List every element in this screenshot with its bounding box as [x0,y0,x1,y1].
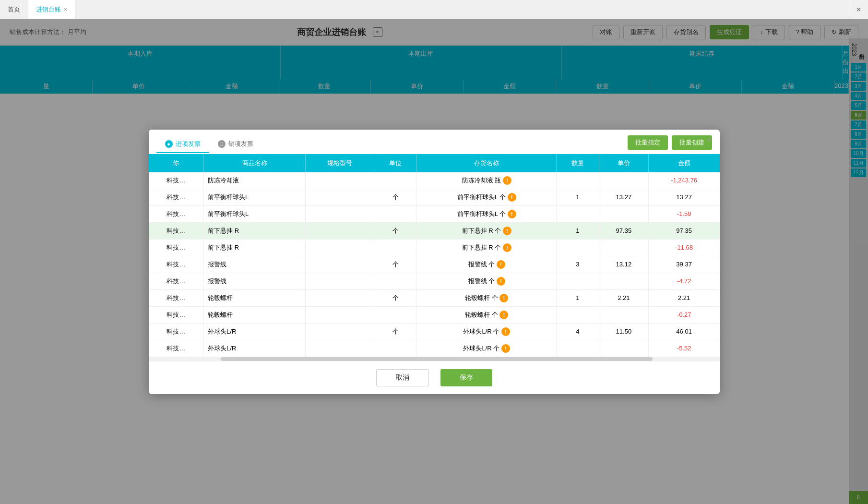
col-quantity: 1 [556,189,599,205]
warning-icon: ! [503,227,511,235]
col-header-unit-price: 单价 [599,154,649,172]
col-spec [306,340,374,357]
warning-icon: ! [503,243,511,252]
col-header-inventory-name: 存货名称 [417,154,556,172]
col-header-amount: 金额 [648,154,719,172]
col-amount: -5.52 [648,340,719,357]
window-close-button[interactable]: × [849,0,868,19]
col-quantity: 1 [556,222,599,239]
tab-close-icon[interactable]: × [64,6,67,13]
modal-tab-purchase[interactable]: ● 进项发票 [156,136,209,153]
tab-bar: 首页 进销台账 × × [0,0,868,19]
table-row[interactable]: 科技…报警线报警线 个 !-4.72 [149,273,720,289]
col-product-name: 外球头L/R [204,340,306,357]
batch-assign-button[interactable]: 批量指定 [628,135,668,150]
main-page: 销售成本计算方法： 月平均 商贸企业进销台账 ≡ 对账 重新开账 存货别名 生成… [0,19,868,504]
col-quantity [556,273,599,289]
col-inventory: 报警线 个 ! [417,256,556,273]
table-row[interactable]: 科技…外球头L/R个外球头L/R 个 !411.5046.01 [149,323,720,340]
col-spec [306,189,374,205]
warning-icon: ! [497,277,505,286]
col-inventory: 外球头L/R 个 ! [417,340,556,357]
col-amount: -4.72 [648,273,719,289]
col-unit: 个 [374,323,417,340]
col-spec [306,289,374,306]
col-quantity: 4 [556,323,599,340]
save-button[interactable]: 保存 [440,369,492,386]
col-inventory: 外球头L/R 个 ! [417,323,556,340]
cancel-button[interactable]: 取消 [376,369,429,386]
col-header-company: 你 [149,154,204,172]
tab-ledger[interactable]: 进销台账 × [28,0,75,19]
col-spec [306,323,374,340]
tab-ledger-label: 进销台账 [36,5,61,14]
col-inventory: 前下悬挂 R 个 ! [417,222,556,239]
col-inventory: 前平衡杆球头L 个 ! [417,205,556,222]
warning-icon: ! [508,210,516,218]
warning-icon: ! [499,294,508,302]
warning-icon: ! [503,176,511,185]
col-spec [306,239,374,256]
col-quantity [556,306,599,323]
col-product-name: 外球头L/R [204,323,306,340]
col-amount: 39.37 [648,256,719,273]
col-header-unit: 单位 [374,154,417,172]
col-product-name: 前下悬挂 R [204,239,306,256]
col-company: 科技… [149,256,204,273]
scrollbar-thumb[interactable] [221,357,653,361]
modal-table: 你 商品名称 规格型号 单位 存货名称 数量 单价 金额 科技…防冻冷却液防冻冷… [149,154,720,357]
col-quantity [556,172,599,189]
warning-icon: ! [508,193,516,202]
table-row[interactable]: 科技…轮毂螺杆个轮毂螺杆 个 !12.212.21 [149,289,720,306]
col-unit-price [599,172,649,189]
col-unit: 个 [374,256,417,273]
table-row[interactable]: 科技…防冻冷却液防冻冷却液 瓶 !-1,243.76 [149,172,720,189]
batch-create-button[interactable]: 批量创建 [672,135,712,150]
col-product-name: 前下悬挂 R [204,222,306,239]
col-quantity [556,239,599,256]
table-row[interactable]: 科技…外球头L/R外球头L/R 个 !-5.52 [149,340,720,357]
table-row[interactable]: 科技…前下悬挂 R前下悬挂 R 个 !-11.68 [149,239,720,256]
col-company: 科技… [149,205,204,222]
col-unit-price [599,340,649,357]
col-spec [306,256,374,273]
col-product-name: 轮毂螺杆 [204,306,306,323]
col-unit [374,306,417,323]
col-unit-price [599,273,649,289]
modal-tab-sales[interactable]: □ 销项发票 [209,136,262,153]
col-spec [306,205,374,222]
purchase-tab-icon: ● [165,140,173,148]
col-spec [306,172,374,189]
horizontal-scrollbar[interactable] [149,357,720,361]
col-inventory: 报警线 个 ! [417,273,556,289]
table-row[interactable]: 科技…前平衡杆球头L前平衡杆球头L 个 !-1.59 [149,205,720,222]
col-company: 科技… [149,340,204,357]
tab-home[interactable]: 首页 [0,0,28,19]
col-amount: -1.59 [648,205,719,222]
col-unit-price [599,306,649,323]
table-row[interactable]: 科技…前平衡杆球头L个前平衡杆球头L 个 !113.2713.27 [149,189,720,205]
modal-close-button[interactable]: × [707,135,712,144]
col-spec [306,306,374,323]
col-product-name: 前平衡杆球头L [204,205,306,222]
col-quantity: 3 [556,256,599,273]
col-unit-price [599,205,649,222]
col-spec [306,222,374,239]
col-company: 科技… [149,273,204,289]
col-unit-price: 13.27 [599,189,649,205]
col-company: 科技… [149,189,204,205]
col-company: 科技… [149,239,204,256]
table-row[interactable]: 科技…轮毂螺杆轮毂螺杆 个 !-0.27 [149,306,720,323]
col-unit-price: 97.35 [599,222,649,239]
col-amount: -1,243.76 [648,172,719,189]
col-inventory: 防冻冷却液 瓶 ! [417,172,556,189]
col-company: 科技… [149,323,204,340]
col-unit: 个 [374,222,417,239]
col-unit: 个 [374,189,417,205]
table-row[interactable]: 科技…前下悬挂 R个前下悬挂 R 个 !197.3597.35 [149,222,720,239]
warning-icon: ! [499,311,508,319]
table-row[interactable]: 科技…报警线个报警线 个 !313.1239.37 [149,256,720,273]
col-unit [374,205,417,222]
col-amount: 13.27 [648,189,719,205]
modal-header-right: 批量指定 批量创建 [628,135,712,154]
